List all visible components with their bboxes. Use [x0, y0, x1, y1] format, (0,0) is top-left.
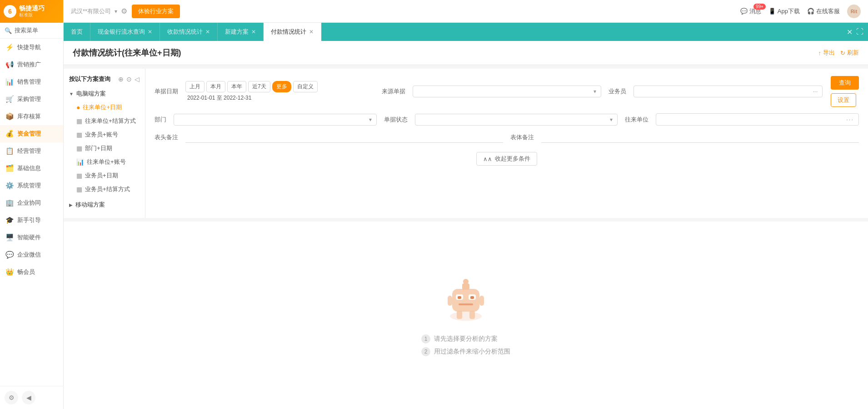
tabbar: 首页现金银行流水查询✕收款情况统计✕新建方案✕付款情况统计✕✕⛶: [64, 23, 868, 41]
scheme-list-item[interactable]: ▦部门+日期: [67, 141, 145, 155]
topbar-gear-icon[interactable]: ⚙: [121, 7, 127, 15]
tab-label-receipt-stat: 收款情况统计: [167, 28, 203, 36]
sidebar-item-hardware[interactable]: 🖥️智能硬件: [0, 229, 63, 246]
scheme-item-icon: ▦: [76, 186, 82, 193]
scheme-group-arrow: ▶: [69, 202, 73, 207]
tab-payment-stat[interactable]: 付款情况统计✕: [264, 23, 321, 41]
settings-footer-btn[interactable]: ⚙: [5, 391, 18, 404]
scheme-item-icon: ●: [76, 104, 80, 111]
sidebar-item-enterprise[interactable]: 🏢企业协同: [0, 194, 63, 212]
scheme-item-label: 往来单位+账号: [87, 158, 126, 166]
svg-rect-11: [457, 311, 462, 319]
tab-receipt-stat[interactable]: 收款情况统计✕: [160, 23, 218, 41]
tab-home[interactable]: 首页: [64, 23, 90, 41]
scheme-item-icon: ▦: [76, 172, 82, 179]
sidebar-nav: ⚡快捷导航📢营销推广📊销售管理🛒采购管理📦库存核算💰资金管理📋经营管理🗂️基础信…: [0, 39, 63, 386]
last-month-btn[interactable]: 上月: [185, 81, 205, 92]
page-header: 付款情况统计(往来单位+日期) ↑ 导出 ↻ 刷新: [64, 41, 868, 65]
collapse-bar: ∧∧ 收起更多条件: [155, 147, 859, 170]
custom-btn[interactable]: 自定义: [293, 81, 318, 92]
tab-new-scheme[interactable]: 新建方案✕: [218, 23, 264, 41]
sidebar-item-operations[interactable]: 📋经营管理: [0, 142, 63, 160]
sidebar-item-member[interactable]: 👑畅会员: [0, 263, 63, 281]
svg-rect-4: [458, 296, 461, 299]
source-select[interactable]: ▾: [413, 86, 602, 97]
header-note-input[interactable]: [185, 132, 503, 143]
content: 付款情况统计(往来单位+日期) ↑ 导出 ↻ 刷新 按以下方案查询 ⊕: [64, 41, 868, 409]
scheme-sidebar: 按以下方案查询 ⊕ ⊙ ◁ ▼电脑端方案●往来单位+日期▦往来单位+结算方式▦业…: [64, 69, 145, 218]
svg-rect-5: [470, 296, 474, 299]
close-all-icon[interactable]: ✕: [847, 28, 853, 36]
sidebar-item-purchase[interactable]: 🛒采购管理: [0, 91, 63, 108]
svg-rect-7: [462, 283, 469, 290]
counterparty-select[interactable]: ···: [656, 113, 859, 126]
maximize-icon[interactable]: ⛶: [856, 28, 863, 36]
scheme-item-icon: ▦: [76, 145, 82, 152]
sidebar-icon-guide: 🎓: [5, 216, 14, 224]
user-avatar[interactable]: Rit: [847, 5, 861, 18]
this-month-btn[interactable]: 本月: [206, 81, 225, 92]
app-download-action[interactable]: 📱 App下载: [768, 7, 800, 15]
sidebar-label-enterprise: 企业协同: [17, 199, 41, 207]
salesperson-arrow-icon: ···: [813, 88, 818, 95]
sidebar-item-guide[interactable]: 🎓新手引导: [0, 212, 63, 229]
scheme-list-item[interactable]: ▦业务员+结算方式: [67, 182, 145, 196]
online-service-action[interactable]: 🎧 在线客服: [807, 7, 840, 15]
svg-rect-9: [448, 296, 452, 306]
sidebar-item-marketing[interactable]: 📢营销推广: [0, 56, 63, 73]
sidebar-item-inventory[interactable]: 📦库存核算: [0, 108, 63, 125]
collapse-sidebar-btn[interactable]: ◀: [22, 391, 35, 404]
refresh-btn[interactable]: ↻ 刷新: [840, 49, 859, 57]
scheme-list-item[interactable]: 📊往来单位+账号: [67, 155, 145, 169]
sidebar-item-sales[interactable]: 📊销售管理: [0, 73, 63, 91]
message-action[interactable]: 💬 消息 99+: [740, 7, 761, 15]
scheme-item-icon: ▦: [76, 131, 82, 138]
tabbar-actions: ✕⛶: [842, 23, 868, 41]
tab-close-payment-stat[interactable]: ✕: [309, 29, 314, 35]
scheme-add-icon[interactable]: ⊕: [118, 76, 124, 83]
tab-cash-bank[interactable]: 现金银行流水查询✕: [90, 23, 160, 41]
sidebar-item-basic-info[interactable]: 🗂️基础信息: [0, 160, 63, 177]
tab-close-new-scheme[interactable]: ✕: [251, 29, 256, 35]
scheme-label: 按以下方案查询: [69, 75, 110, 83]
scheme-group-header[interactable]: ▼电脑端方案: [64, 87, 145, 101]
date-value: 2022-01-01 至 2022-12-31: [187, 94, 251, 102]
more-btn[interactable]: 更多: [272, 81, 291, 92]
trial-btn[interactable]: 体验行业方案: [132, 5, 180, 18]
scheme-list-item[interactable]: ▦业务员+账号: [67, 128, 145, 141]
tab-close-receipt-stat[interactable]: ✕: [205, 29, 210, 35]
sidebar-label-inventory: 库存核算: [17, 112, 41, 121]
scheme-list-item[interactable]: ●往来单位+日期: [67, 101, 145, 114]
page-title: 付款情况统计(往来单位+日期): [73, 47, 181, 58]
sidebar-item-finance[interactable]: 💰资金管理: [0, 125, 63, 142]
body-note-input[interactable]: [541, 132, 859, 143]
scheme-settings-icon[interactable]: ⊙: [126, 76, 132, 83]
sidebar-item-system[interactable]: ⚙️系统管理: [0, 177, 63, 194]
export-btn[interactable]: ↑ 导出: [818, 49, 835, 57]
dept-select[interactable]: ▾: [174, 114, 377, 126]
sidebar-item-wechat[interactable]: 💬企业微信: [0, 246, 63, 263]
sidebar-item-quick-nav[interactable]: ⚡快捷导航: [0, 39, 63, 56]
scheme-list-item[interactable]: ▦往来单位+结算方式: [67, 114, 145, 128]
last-7days-btn[interactable]: 近7天: [248, 81, 270, 92]
scheme-group-header[interactable]: ▶移动端方案: [64, 198, 145, 212]
svg-rect-1: [452, 289, 479, 312]
salesperson-select[interactable]: ···: [634, 86, 823, 97]
tab-close-cash-bank[interactable]: ✕: [148, 29, 152, 35]
doc-status-select[interactable]: ▾: [415, 114, 618, 126]
this-year-btn[interactable]: 本年: [227, 81, 246, 92]
search-menu[interactable]: 🔍 搜索菜单: [0, 23, 63, 39]
body-note-label: 表体备注: [507, 133, 538, 141]
topbar-dropdown-arrow[interactable]: ▾: [115, 8, 117, 15]
collapse-btn[interactable]: ∧∧ 收起更多条件: [476, 152, 537, 166]
query-btn[interactable]: 查询: [831, 76, 859, 90]
scheme-collapse-icon[interactable]: ◁: [135, 76, 140, 83]
doc-status-arrow-icon: ▾: [610, 116, 613, 123]
scheme-icons: ⊕ ⊙ ◁: [118, 76, 140, 83]
sidebar-label-system: 系统管理: [17, 182, 41, 190]
scheme-item-label: 部门+日期: [85, 144, 112, 152]
settings-btn[interactable]: 设置: [831, 93, 856, 107]
scheme-list-item[interactable]: ▦业务员+日期: [67, 169, 145, 182]
scheme-groups: ▼电脑端方案●往来单位+日期▦往来单位+结算方式▦业务员+账号▦部门+日期📊往来…: [64, 87, 145, 212]
sidebar-icon-member: 👑: [5, 268, 14, 276]
